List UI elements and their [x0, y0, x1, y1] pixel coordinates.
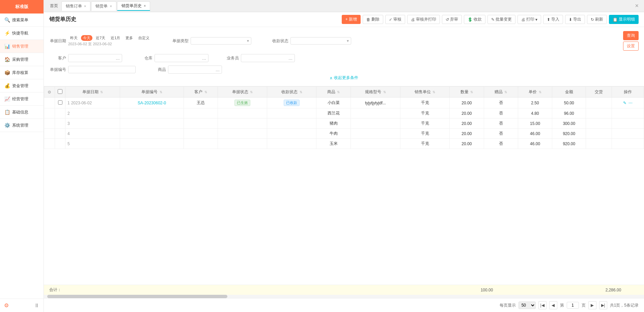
date-tag-custom[interactable]: 自定义	[136, 35, 151, 41]
next-page-button[interactable]: ▶	[588, 301, 596, 309]
filter-row-2: 客户 ... 仓库 ... 业务员	[49, 54, 639, 62]
page-input[interactable]	[567, 302, 579, 309]
col-quantity[interactable]: 数量 ⇅	[450, 87, 484, 98]
tab-sales-order[interactable]: 销售订单 ×	[61, 1, 90, 11]
col-doc-date[interactable]: 单据日期 ⇅	[65, 87, 120, 98]
doc-no-input[interactable]	[68, 66, 136, 73]
review-icon: ✓	[389, 17, 392, 22]
sidebar-item-quicknav[interactable]: ⚡ 快捷导航	[0, 27, 44, 40]
review-print-button[interactable]: 🖨 审核并打印	[407, 15, 440, 24]
close-all-tabs-button[interactable]: ×	[632, 2, 641, 9]
sidebar-item-operations[interactable]: 📈 经营管理	[0, 93, 44, 106]
cell-actions	[612, 119, 644, 129]
col-settings[interactable]: ⚙	[44, 87, 55, 98]
print-button[interactable]: 🖨 打印 ▾	[517, 15, 541, 24]
payment-status-badge: 已收款	[284, 100, 300, 106]
select-all-checkbox[interactable]	[58, 89, 62, 94]
export-button[interactable]: ⬇ 导出	[565, 15, 585, 24]
delete-button[interactable]: 🗑 删除	[363, 15, 383, 24]
cell-payment-status	[267, 119, 316, 129]
cell-spec	[351, 119, 400, 129]
date-tag-today[interactable]: 今天	[81, 35, 92, 41]
tab-home[interactable]: 首页	[47, 3, 61, 9]
date-tag-yesterday[interactable]: 昨天	[68, 35, 80, 41]
collapse-filter-button[interactable]: ∧ 收起更多条件	[49, 74, 639, 82]
sidebar-item-finance[interactable]: 💰 资金管理	[0, 79, 44, 93]
warehouse-picker-icon[interactable]: ...	[202, 55, 206, 61]
salesperson-picker-icon[interactable]: ...	[288, 55, 292, 61]
sort-icon: ⇅	[100, 90, 103, 94]
cell-gift: 否	[484, 129, 518, 139]
cell-transaction	[586, 139, 612, 149]
sidebar-item-sales[interactable]: 📊 销售管理	[0, 40, 44, 53]
sidebar-item-system[interactable]: ⚙️ 系统管理	[0, 119, 44, 132]
col-spec[interactable]: 规格型号 ⇅	[351, 87, 400, 98]
collect-button[interactable]: 💲 收款	[464, 15, 485, 24]
payment-status-label: 收款状态	[272, 38, 288, 44]
col-payment-status[interactable]: 收款状态 ⇅	[267, 87, 316, 98]
horizontal-scrollbar[interactable]	[44, 295, 644, 298]
edit-action-button[interactable]: ✎	[622, 101, 627, 105]
sales-icon: 📊	[4, 43, 10, 49]
sidebar-item-purchase[interactable]: 🏠 采购管理	[0, 53, 44, 66]
first-page-button[interactable]: |◀	[538, 301, 547, 309]
sort-icon: ⇅	[300, 90, 302, 94]
sidebar: 标准版 🔍 搜索菜单 ⚡ 快捷导航 📊 销售管理 🏠 采购管理 📦 库存核算 💰…	[0, 0, 44, 312]
prev-page-button[interactable]: ◀	[549, 301, 557, 309]
cell-unit: 千克	[400, 98, 450, 108]
col-doc-status[interactable]: 单据状态 ⇅	[218, 87, 267, 98]
new-button[interactable]: + 新增	[342, 15, 361, 24]
cell-amount: 920.00	[552, 129, 586, 139]
import-button[interactable]: ⬆ 导入	[543, 15, 563, 24]
tab-close-sales-order[interactable]: ×	[84, 4, 86, 8]
per-page-label: 每页显示	[500, 303, 516, 308]
tab-close-sales-history[interactable]: ×	[144, 4, 146, 8]
cell-doc-no	[120, 129, 184, 139]
col-unit[interactable]: 销售单位 ⇅	[400, 87, 450, 98]
per-page-select[interactable]: 50 100 200	[519, 302, 536, 309]
scrollbar-thumb[interactable]	[47, 295, 227, 298]
batch-change-button[interactable]: ✎ 批量变更	[487, 15, 515, 24]
review-button[interactable]: ✓ 审核	[385, 15, 405, 24]
total-info: 共1页，5条记录	[610, 303, 639, 308]
sidebar-item-search[interactable]: 🔍 搜索菜单	[0, 14, 44, 27]
table-row: 4 牛肉 千克 20.00 否 46.00 920.00	[44, 129, 644, 139]
cell-doc-no	[120, 119, 184, 129]
sidebar-item-basic-info[interactable]: 📋 基础信息	[0, 106, 44, 119]
delete-icon: 🗑	[366, 17, 370, 22]
tab-close-sales-delivery[interactable]: ×	[110, 4, 112, 8]
tab-sales-delivery[interactable]: 销货单 ×	[91, 1, 116, 11]
sort-icon: ⇅	[160, 90, 162, 94]
date-tag-7days[interactable]: 近7天	[94, 35, 107, 41]
row-checkbox[interactable]	[58, 100, 62, 105]
show-details-button[interactable]: 📋 显示明细	[609, 15, 639, 24]
date-tag-1month[interactable]: 近1月	[109, 35, 122, 41]
query-button[interactable]: 查询	[623, 31, 639, 40]
abandon-button[interactable]: ↺ 弃审	[442, 15, 462, 24]
col-gift[interactable]: 赠品 ⇅	[484, 87, 518, 98]
cell-spec	[351, 129, 400, 139]
tab-sales-history[interactable]: 销货单历史 ×	[117, 1, 150, 11]
sidebar-item-label: 库存核算	[12, 70, 28, 76]
col-unit-price[interactable]: 单价 ⇅	[518, 87, 552, 98]
settings-filter-button[interactable]: 设置	[623, 42, 639, 51]
col-customer[interactable]: 客户 ⇅	[184, 87, 218, 98]
col-doc-no[interactable]: 单据编号 ⇅	[120, 87, 184, 98]
collapse-up-icon: ∧	[330, 76, 333, 80]
filter-doc-no: 单据编号	[49, 66, 136, 73]
sidebar-item-inventory[interactable]: 📦 库存核算	[0, 66, 44, 79]
cell-actions	[612, 108, 644, 119]
table-settings-icon[interactable]: ⚙	[48, 90, 51, 95]
sidebar-settings-icon[interactable]: ⚙	[4, 302, 9, 309]
refresh-button[interactable]: ↻ 刷新	[587, 15, 607, 24]
sidebar-collapse-icon[interactable]: ⏸	[34, 303, 39, 309]
cell-quantity: 20.00	[450, 98, 484, 108]
last-page-button[interactable]: ▶|	[599, 301, 607, 309]
more-action-button[interactable]: ⋯	[627, 101, 634, 105]
customer-picker-icon[interactable]: ...	[116, 55, 120, 61]
col-goods[interactable]: 商品 ⇅	[316, 87, 351, 98]
date-tag-more[interactable]: 更多	[123, 35, 135, 41]
doc-no-link[interactable]: SA-20230602-0	[138, 101, 166, 105]
sidebar-item-label: 采购管理	[12, 57, 28, 62]
goods-picker-icon[interactable]: ...	[216, 67, 220, 72]
